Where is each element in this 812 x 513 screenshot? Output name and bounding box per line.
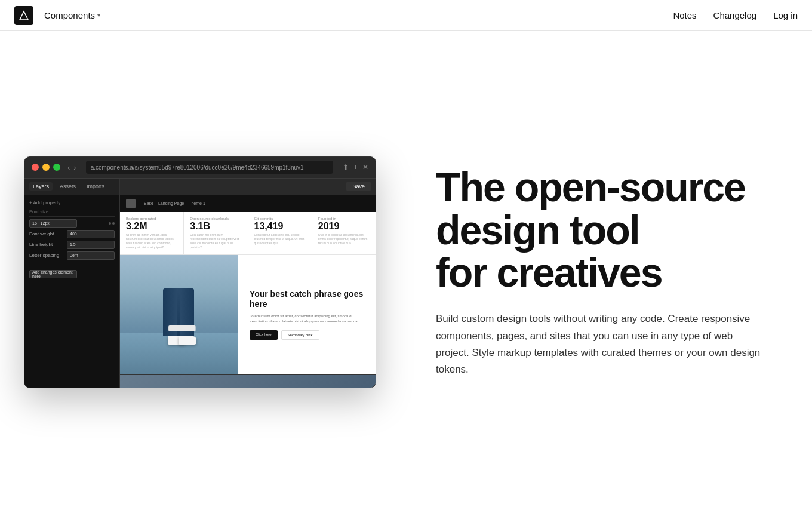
components-button[interactable]: Components ▾ [41,8,104,23]
browser-controls: ‹ › [67,163,76,172]
changelog-link[interactable]: Changelog [713,10,757,20]
sidebar-tab-imports[interactable]: Imports [83,182,108,191]
font-size-input[interactable]: 16 · 12px [29,219,77,228]
app-sidebar: Layers Assets Imports + Add property Fon… [24,179,120,388]
extra-input[interactable]: Add changes element here [29,270,77,278]
demo-nav-item-2: Landing Page [158,201,184,205]
extra-property-row: Add changes element here [29,270,115,278]
property-row-line-height: Line height 1.5 [29,241,115,249]
browser-actions: ⬆ + ✕ [343,163,368,171]
dot-1 [109,222,111,225]
main-content: ‹ › a.components.a/s/system65d97re801200… [0,31,812,513]
demo-stat-1: Backers generated 3.2M Ut enim ad minim … [120,212,183,254]
forward-icon[interactable]: › [73,163,76,172]
hero-heading: The open-source design tool for creative… [436,166,764,294]
stat-4-value: 2019 [318,222,370,231]
line-height-value: 1.5 [70,242,76,247]
stat-1-value: 3.2M [126,222,177,231]
minimize-traffic-light[interactable] [42,164,50,171]
back-icon[interactable]: ‹ [67,163,70,172]
close-icon[interactable]: ✕ [362,163,368,171]
demo-stats: Backers generated 3.2M Ut enim ad minim … [120,212,376,255]
sidebar-separator [29,266,115,266]
save-button[interactable]: Save [346,182,371,191]
stat-1-desc: Ut enim ad minim veniam, quis nostrum ex… [126,233,177,250]
demo-header: Base Landing Page Theme 1 [120,195,376,212]
app-ui: Layers Assets Imports + Add property Fon… [24,179,376,388]
demo-nav-item-3: Theme 1 [189,201,205,205]
letter-spacing-input[interactable]: 0em [67,251,115,260]
sidebar-tab-layers[interactable]: Layers [29,182,53,191]
font-weight-value: 400 [70,232,77,236]
letter-spacing-value: 0em [70,253,78,257]
stat-2-label: Open source downloads [190,217,241,220]
property-row-letter-spacing: Letter spacing 0em [29,251,115,260]
stat-2-desc: Duis autan nel enim eum reprehenderit qu… [190,233,241,250]
nav-right: Notes Changelog Log in [673,10,798,20]
components-label: Components [44,10,95,20]
letter-spacing-label: Letter spacing [29,253,59,258]
canvas-toolbar: Save [120,179,376,195]
notes-link[interactable]: Notes [673,10,696,20]
hero-heading-line1: The open-source [436,164,745,210]
demo-hero-text: Your best catch phrase goes here Lorem i… [238,255,376,374]
hero-heading-line2: design tool [436,207,639,253]
hero-text-section: The open-source design tool for creative… [412,142,776,401]
hero-heading-line3: for creatives [436,250,662,295]
logo[interactable] [14,6,33,25]
stat-3-label: Git commits [254,217,306,220]
demo-logo [126,199,136,208]
property-group-extra: Add changes element here [29,270,115,278]
demo-secondary-btn[interactable]: Secondary click [281,330,319,340]
demo-bottom-image [120,375,376,388]
demo-stat-2: Open source downloads 3.1B Duis autan ne… [184,212,247,254]
navbar: Components ▾ Notes Changelog Log in [0,0,812,31]
address-text: a.components.a/s/system65d97re8012006/du… [91,164,304,171]
stat-4-desc: Quis in is voluptas assumenda est omnis … [318,233,370,245]
property-row-font-weight: Font weight 400 [29,230,115,238]
sidebar-content: + Add property Font size 16 · 12px [24,195,119,388]
stat-3-value: 13,419 [254,222,306,231]
demo-hero-image [120,255,238,374]
share-icon[interactable]: ⬆ [343,163,349,171]
demo-headline: Your best catch phrase goes here [250,289,364,309]
add-tab-icon[interactable]: + [353,163,358,171]
nav-left: Components ▾ [14,6,104,25]
browser-mock: ‹ › a.components.a/s/system65d97re801200… [24,156,376,388]
font-weight-label: Font weight [29,231,54,236]
demo-primary-btn[interactable]: Click here [250,330,278,340]
line-height-label: Line height [29,242,53,247]
sidebar-tab-assets[interactable]: Assets [56,182,79,191]
line-height-input[interactable]: 1.5 [67,241,115,249]
sidebar-header: Layers Assets Imports [24,179,119,195]
login-link[interactable]: Log in [773,10,798,20]
app-canvas: Save Base Landing Page Theme 1 [120,179,376,388]
browser-toolbar: ‹ › a.components.a/s/system65d97re801200… [24,157,376,179]
hero-description: Build custom design tools without writin… [436,311,764,377]
extra-value: Add changes element here [32,270,74,278]
stat-4-label: Founded in [318,217,370,220]
close-traffic-light[interactable] [32,164,39,171]
property-group-font: Font size 16 · 12px [29,209,115,260]
dot-2 [112,222,115,225]
stat-3-desc: Consectetur adipiscing elit, sed do eius… [254,233,306,245]
stat-2-value: 3.1B [190,222,241,231]
demo-bottom-strip [120,374,376,388]
demo-stat-4: Founded in 2019 Quis in is voluptas assu… [312,212,376,254]
screenshot-container: ‹ › a.components.a/s/system65d97re801200… [24,156,376,388]
maximize-traffic-light[interactable] [53,164,60,171]
address-bar[interactable]: a.components.a/s/system65d97re8012006/du… [86,161,333,174]
stat-1-label: Backers generated [126,217,177,220]
demo-nav: Base Landing Page Theme 1 [144,201,205,205]
chevron-down-icon: ▾ [97,12,100,19]
font-size-value: 16 · 12px [32,221,50,225]
property-group-font-label: Font size [29,209,115,217]
demo-stat-3: Git commits 13,419 Consectetur adipiscin… [248,212,312,254]
font-weight-input[interactable]: 400 [67,230,115,238]
demo-page: Base Landing Page Theme 1 Backers genera… [120,195,376,388]
demo-nav-item-1: Base [144,201,153,205]
property-row-font-size: 16 · 12px [29,219,115,228]
traffic-lights [32,164,60,171]
demo-hero: Your best catch phrase goes here Lorem i… [120,255,376,374]
add-property-button[interactable]: + Add property [29,200,115,205]
